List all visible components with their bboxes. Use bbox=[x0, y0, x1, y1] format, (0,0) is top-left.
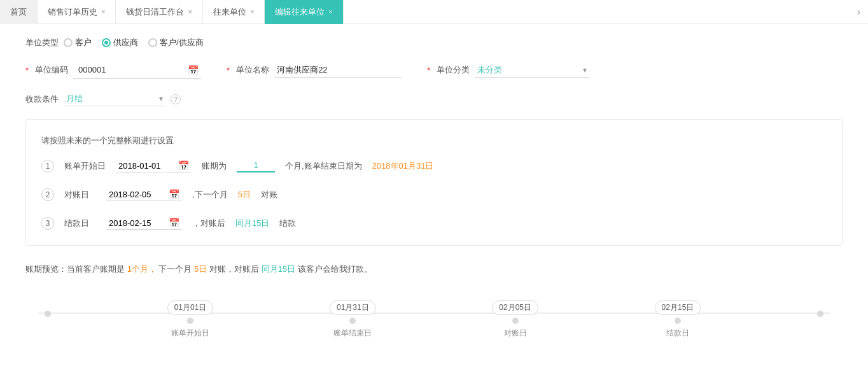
timeline-wrapper: 01月01日 账单开始日 01月31日 账单结束日 02月05日 对账日 bbox=[25, 288, 843, 339]
unit-code-star: * bbox=[25, 66, 29, 75]
main-content: 单位类型 客户 供应商 客户/供应商 * 单位编码 bbox=[0, 24, 868, 387]
unit-name-input[interactable] bbox=[274, 62, 402, 78]
tabs-bar: 首页 销售订单历史 × 钱货日清工作台 × 往来单位 × 编辑往来单位 × › bbox=[0, 0, 868, 24]
date-field-3[interactable] bbox=[109, 218, 166, 228]
suffix-prefix-3: ，对账后 bbox=[192, 218, 225, 229]
tab-sales-history-label: 销售订单历史 bbox=[48, 6, 97, 18]
calendar-icon-2[interactable]: 📅 bbox=[169, 189, 179, 199]
payment-terms-select[interactable]: 月结 ▾ bbox=[64, 92, 165, 106]
start-dot bbox=[45, 311, 51, 317]
preview-payment-highlight: 同月15日 bbox=[262, 264, 295, 274]
unit-code-input[interactable] bbox=[76, 62, 188, 77]
timeline-point-1: 01月01日 账单开始日 bbox=[167, 300, 214, 339]
row-label-3: 结款日 bbox=[64, 218, 96, 229]
preview-reconcile-suffix: 对账，对账后 bbox=[209, 264, 259, 274]
radio-supplier-circle bbox=[102, 38, 111, 47]
date-input-3: 📅 bbox=[106, 216, 182, 230]
timeline-label-1: 账单开始日 bbox=[171, 328, 209, 339]
unit-name-label: 单位名称 bbox=[236, 64, 269, 76]
calendar-icon-3[interactable]: 📅 bbox=[169, 218, 179, 228]
suffix-end-3: 结款 bbox=[279, 218, 296, 229]
preview-text: 账期预览：当前客户账期是 1个月， 下一个月 5日 对账，对账后 同月15日 该… bbox=[25, 264, 843, 275]
end-date-1: 2018年01月31日 bbox=[372, 160, 434, 172]
unit-type-radio-group: 客户 供应商 客户/供应商 bbox=[64, 37, 204, 48]
settlement-row-2: 2 对账日 📅 ,下一个月 5日 对账 bbox=[41, 188, 827, 201]
radio-supplier-label: 供应商 bbox=[113, 37, 138, 48]
date-field-2[interactable] bbox=[109, 190, 166, 199]
unit-category-label: 单位分类 bbox=[437, 64, 470, 76]
timeline-badge-2: 01月31日 bbox=[330, 300, 376, 315]
unit-code-input-wrapper: 📅 bbox=[73, 61, 201, 79]
payment-terms-label: 收款条件 bbox=[25, 94, 59, 105]
radio-customer-label: 客户 bbox=[75, 37, 92, 48]
radio-both[interactable]: 客户/供应商 bbox=[148, 37, 204, 48]
unit-code-label: 单位编码 bbox=[35, 64, 68, 76]
end-dot bbox=[817, 311, 823, 317]
date-input-1: 📅 bbox=[116, 159, 192, 172]
payment-terms-help[interactable]: ? bbox=[171, 94, 181, 104]
settlement-row-1: 1 账单开始日 📅 账期为 个月,账单结束日期为 2018年01月31日 bbox=[41, 159, 827, 172]
timeline-label-4: 结款日 bbox=[666, 328, 689, 339]
settlement-title: 请按照未来的一个完整帐期进行设置 bbox=[41, 135, 827, 146]
unit-category-value: 未分类 bbox=[477, 64, 580, 76]
suffix-highlight-3: 同月15日 bbox=[235, 218, 269, 229]
tab-sales-history[interactable]: 销售订单历史 × bbox=[38, 0, 116, 24]
radio-both-label: 客户/供应商 bbox=[160, 37, 204, 48]
timeline-badge-3: 02月05日 bbox=[492, 300, 538, 315]
timeline-node-2 bbox=[349, 318, 356, 324]
suffix-end-2: 对账 bbox=[261, 189, 277, 201]
unit-type-row: 单位类型 客户 供应商 客户/供应商 bbox=[25, 37, 843, 48]
unit-code-icon[interactable]: 📅 bbox=[188, 65, 199, 75]
timeline-badge-4: 02月15日 bbox=[655, 300, 701, 315]
date-field-1[interactable] bbox=[118, 161, 176, 171]
unit-type-label: 单位类型 bbox=[25, 37, 59, 48]
tab-cash-work[interactable]: 钱货日清工作台 × bbox=[116, 0, 202, 24]
timeline-end-dot bbox=[817, 311, 823, 317]
unit-type-field: 单位类型 客户 供应商 客户/供应商 bbox=[25, 37, 204, 48]
tabs-expander[interactable]: › bbox=[850, 0, 868, 24]
tab-edit-partner-close[interactable]: × bbox=[328, 8, 332, 15]
row-num-2: 2 bbox=[41, 188, 54, 201]
unit-name-field: * 单位名称 bbox=[227, 62, 402, 78]
row-label-1: 账单开始日 bbox=[64, 160, 106, 172]
row-num-1: 1 bbox=[41, 160, 54, 172]
radio-customer[interactable]: 客户 bbox=[64, 37, 92, 48]
payment-terms-chevron: ▾ bbox=[159, 94, 163, 103]
suffix-highlight-2: 5日 bbox=[238, 189, 251, 201]
timeline-label-3: 对账日 bbox=[504, 328, 527, 339]
tab-partner-close[interactable]: × bbox=[250, 8, 254, 15]
payment-terms-field: 收款条件 月结 ▾ ? bbox=[25, 92, 181, 106]
tab-home[interactable]: 首页 bbox=[0, 0, 38, 24]
tab-cash-work-label: 钱货日清工作台 bbox=[126, 6, 184, 18]
unit-category-field: * 单位分类 未分类 ▾ bbox=[427, 63, 589, 78]
period-input-1[interactable] bbox=[237, 159, 275, 172]
preview-period: 1个月， bbox=[127, 264, 157, 274]
timeline-point-4: 02月15日 结款日 bbox=[655, 300, 701, 339]
suffix-prefix-2: ,下一个月 bbox=[192, 189, 228, 201]
row-num-3: 3 bbox=[41, 217, 54, 230]
settlement-row-3: 3 结款日 📅 ，对账后 同月15日 结款 bbox=[41, 216, 827, 230]
tab-sales-history-close[interactable]: × bbox=[101, 8, 105, 15]
preview-reconcile-highlight: 5日 bbox=[194, 264, 207, 274]
unit-info-row: * 单位编码 📅 * 单位名称 * 单位分类 未分类 ▾ bbox=[25, 61, 843, 79]
tab-edit-partner[interactable]: 编辑往来单位 × bbox=[265, 0, 343, 24]
preview-label: 账期预览：当前客户账期是 bbox=[25, 264, 125, 274]
timeline-badge-1: 01月01日 bbox=[167, 300, 214, 315]
tab-cash-work-close[interactable]: × bbox=[188, 8, 192, 15]
timeline-node-4 bbox=[675, 318, 681, 324]
unit-code-field: * 单位编码 📅 bbox=[25, 61, 201, 79]
period-prefix-1: 账期为 bbox=[202, 160, 227, 172]
tab-partner[interactable]: 往来单位 × bbox=[203, 0, 265, 24]
timeline-label-2: 账单结束日 bbox=[333, 328, 372, 339]
unit-category-select[interactable]: 未分类 ▾ bbox=[475, 63, 589, 78]
payment-terms-value: 月结 bbox=[66, 93, 157, 104]
unit-category-chevron: ▾ bbox=[583, 66, 587, 74]
timeline-points: 01月01日 账单开始日 01月31日 账单结束日 02月05日 对账日 bbox=[45, 300, 823, 339]
radio-both-circle bbox=[148, 38, 157, 47]
unit-name-star: * bbox=[227, 66, 230, 75]
calendar-icon-1[interactable]: 📅 bbox=[178, 160, 189, 171]
tab-home-label: 首页 bbox=[10, 6, 27, 18]
radio-customer-circle bbox=[64, 38, 73, 47]
settlement-box: 请按照未来的一个完整帐期进行设置 1 账单开始日 📅 账期为 个月,账单结束日期… bbox=[25, 119, 843, 246]
radio-supplier[interactable]: 供应商 bbox=[102, 37, 138, 48]
